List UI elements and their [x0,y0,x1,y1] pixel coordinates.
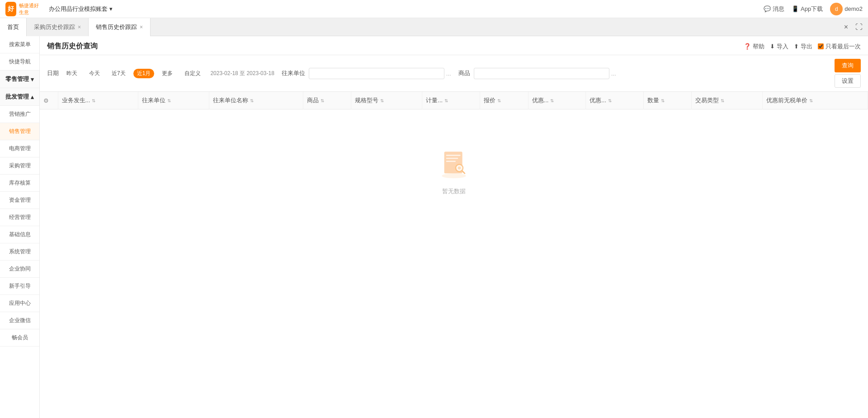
table-th-unit[interactable]: 计量... ⇅ [422,92,480,109]
export-btn[interactable]: ⬆ 导出 [794,43,812,51]
sort-goods-icon: ⇅ [321,98,324,103]
sidebar-item-new-guide[interactable]: 新手引导 [0,278,39,295]
help-btn[interactable]: ❓ 帮助 [744,43,764,51]
table-th-quantity[interactable]: 数量 ⇅ [643,92,692,109]
table-th-pretax-price[interactable]: 优惠前无税单价 ⇅ [763,92,868,109]
help-label: 帮助 [753,43,764,51]
import-btn[interactable]: ⬇ 导入 [770,43,788,51]
logo-icon: 好 [5,2,16,16]
table-th-goods[interactable]: 商品 ⇅ [303,92,351,109]
tab-purchase-label: 采购历史价跟踪 [34,23,75,31]
table-body: 暂无数据 [40,109,868,232]
table-settings-icon[interactable]: ⚙ [43,97,49,104]
logo-text: 畅捷通好生意 [19,2,42,15]
sort-discount1-icon: ⇅ [550,98,554,103]
sidebar-item-search-menu[interactable]: 搜索菜单 [0,36,39,53]
wholesale-chevron-icon: ▴ [31,94,34,100]
tab-sales-close[interactable]: × [140,24,143,30]
sort-spec-icon: ⇅ [380,98,384,103]
app-selector[interactable]: 办公用品行业模拟账套 ▾ [45,3,116,15]
date-btn-1month[interactable]: 近1月 [133,69,155,78]
tab-sales[interactable]: 销售历史价跟踪 × [89,18,151,36]
sort-discount2-icon: ⇅ [608,98,612,103]
sidebar-item-app-center[interactable]: 应用中心 [0,295,39,312]
date-btn-yesterday[interactable]: 昨天 [62,68,81,79]
table-th-partner-name[interactable]: 往来单位名称 ⇅ [209,92,303,109]
sidebar-item-purchase-mgmt[interactable]: 采购管理 [0,157,39,175]
user-profile[interactable]: d demo2 [830,3,863,15]
page-title: 销售历史价查询 [47,42,98,51]
app-download-btn[interactable]: 📱 App下载 [792,5,823,13]
svg-point-0 [442,173,466,178]
table-th-biz-date[interactable]: 业务发生... ⇅ [58,92,138,109]
topbar-right: 💬 消息 📱 App下载 d demo2 [764,3,863,15]
sort-trade-type-icon: ⇅ [721,98,724,103]
tab-home[interactable]: 首页 [0,18,27,36]
topbar: 好 畅捷通好生意 办公用品行业模拟账套 ▾ 💬 消息 📱 App下载 d dem… [0,0,868,18]
goods-select-btn[interactable]: ... [611,70,616,77]
sidebar-item-marketing[interactable]: 营销推广 [0,106,39,123]
sort-pretax-price-icon: ⇅ [809,98,813,103]
table-area: ⚙ 业务发生... ⇅ 往来单位 ⇅ [40,92,868,418]
sidebar-item-retail-mgmt[interactable]: 零售管理 ▾ [0,71,39,88]
only-last-checkbox-group[interactable]: 只看最后一次 [818,43,861,51]
table-th-partner-code[interactable]: 往来单位 ⇅ [138,92,209,109]
goods-filter-group: 商品 ... [458,68,616,79]
content-area: 销售历史价查询 ❓ 帮助 ⬇ 导入 ⬆ 导出 [40,36,868,418]
system-label: 系统管理 [9,248,31,256]
goods-input[interactable] [474,68,609,79]
date-btn-7days[interactable]: 近7天 [108,68,130,79]
date-btn-today[interactable]: 今天 [85,68,104,79]
sidebar-item-ecommerce[interactable]: 电商管理 [0,140,39,157]
th-quantity-label: 数量 [647,96,659,104]
message-btn[interactable]: 💬 消息 [764,5,784,13]
partner-select-btn[interactable]: ... [446,70,451,77]
partner-input[interactable] [309,68,444,79]
date-filter-label: 日期 [47,69,59,77]
only-last-checkbox[interactable] [818,43,824,49]
sidebar-item-quick-nav[interactable]: 快捷导航 [0,53,39,71]
sort-partner-code-icon: ⇅ [167,98,171,103]
date-filter-group: 日期 昨天 今天 近7天 近1月 更多 自定义 2023-02-18 至 202… [47,68,274,79]
date-btn-custom[interactable]: 自定义 [180,68,205,79]
export-icon: ⬆ [794,43,799,50]
query-btn[interactable]: 查询 [835,59,861,72]
table-th-discount1[interactable]: 优惠... ⇅ [528,92,586,109]
filter-bar: 日期 昨天 今天 近7天 近1月 更多 自定义 2023-02-18 至 202… [40,55,868,92]
sidebar-item-operations[interactable]: 经营管理 [0,209,39,226]
empty-text: 暂无数据 [442,187,466,195]
th-spec-label: 规格型号 [355,96,378,104]
purchase-mgmt-label: 采购管理 [9,162,31,170]
sidebar-item-inventory[interactable]: 库存核算 [0,175,39,192]
close-all-tabs-btn[interactable]: × [842,21,850,33]
table-th-trade-type[interactable]: 交易类型 ⇅ [692,92,763,109]
sidebar-item-finance[interactable]: 资金管理 [0,192,39,209]
basic-info-label: 基础信息 [9,231,31,238]
table-th-spec[interactable]: 规格型号 ⇅ [351,92,422,109]
filter-settings-btn[interactable]: 设置 [835,74,861,88]
sidebar-item-sales-mgmt[interactable]: 销售管理 [0,123,39,140]
table-th-quote[interactable]: 报价 ⇅ [480,92,528,109]
partner-filter-group: 往来单位 ... [282,68,451,79]
action-btns: 查询 设置 [835,59,861,88]
import-icon: ⬇ [770,43,775,50]
date-btn-more[interactable]: 更多 [158,68,177,79]
sort-quote-icon: ⇅ [497,98,501,103]
retail-chevron-icon: ▾ [31,76,34,83]
sidebar-item-system[interactable]: 系统管理 [0,243,39,261]
sidebar-item-basic-info[interactable]: 基础信息 [0,226,39,243]
date-range-display: 2023-02-18 至 2023-03-18 [210,70,274,77]
sidebar-item-member[interactable]: 畅会员 [0,329,39,347]
retail-mgmt-label: 零售管理 [5,75,29,83]
sidebar-item-enterprise-wechat[interactable]: 企业微信 [0,312,39,329]
tab-purchase-close[interactable]: × [78,24,81,30]
table-th-settings[interactable]: ⚙ [40,92,58,109]
fullscreen-btn[interactable]: ⛶ [854,21,864,33]
sidebar-item-wholesale-mgmt[interactable]: 批发管理 ▴ [0,88,39,106]
tab-purchase[interactable]: 采购历史价跟踪 × [27,18,89,36]
tabbar: 首页 采购历史价跟踪 × 销售历史价跟踪 × × ⛶ [0,18,868,36]
sidebar-item-enterprise-collab[interactable]: 企业协同 [0,261,39,278]
marketing-label: 营销推广 [9,110,31,118]
table-th-discount2[interactable]: 优惠... ⇅ [586,92,644,109]
sales-mgmt-label: 销售管理 [9,128,31,135]
